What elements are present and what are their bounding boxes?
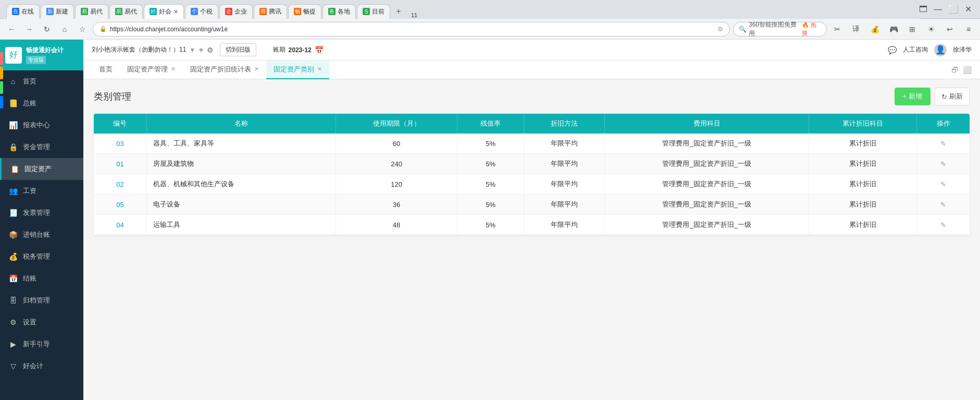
table-header-row: 编号 名称 使用期限（月） 残值率 折旧方法 费用科目 累计折旧科目 操作	[94, 114, 970, 134]
header-service-label[interactable]: 人工咨询	[903, 45, 928, 54]
content-tab-depreciation-stats[interactable]: 固定资产折旧统计表 ✕	[183, 60, 266, 79]
edit-button-r2[interactable]: ✎	[940, 160, 946, 168]
restore-down-btn[interactable]: 🗖	[919, 5, 927, 14]
content-tab-asset-category-close[interactable]: ✕	[317, 66, 322, 72]
col-header-code: 编号	[94, 114, 146, 134]
browser-menu-icon[interactable]: ≡	[961, 22, 976, 37]
browser-tab-10[interactable]: 各 各地	[322, 4, 356, 19]
browser-tab-1[interactable]: 在 在线	[6, 4, 40, 19]
refresh-nav-button[interactable]: ↻	[40, 22, 54, 37]
col-header-method: 折旧方法	[524, 114, 605, 134]
new-tab-button[interactable]: +	[391, 4, 406, 19]
sidebar-item-ledger[interactable]: 📒 总账	[0, 92, 83, 114]
sidebar-item-period-end[interactable]: 📅 结账	[0, 268, 83, 289]
sidebar-item-reports[interactable]: 📊 报表中心	[0, 114, 83, 136]
browser-tab-5[interactable]: 好 好会 ✕	[144, 4, 184, 19]
content-tab-fixed-asset-mgmt-close[interactable]: ✕	[171, 66, 176, 72]
sidebar-item-settings[interactable]: ⚙ 设置	[0, 311, 83, 333]
expand-icon[interactable]: ⬜	[963, 66, 972, 74]
sidebar-item-funds[interactable]: 🔒 资金管理	[0, 136, 83, 158]
cell-edit-r4[interactable]: ✎	[917, 195, 970, 215]
col-header-operation: 操作	[917, 114, 970, 134]
cell-edit-r3[interactable]: ✎	[917, 174, 970, 195]
content-tab-depreciation-stats-label: 固定资产折旧统计表	[190, 65, 251, 74]
sidebar-item-home[interactable]: ⌂ 首页	[0, 70, 83, 92]
browser-tab-4[interactable]: 易 易代	[109, 4, 143, 19]
cell-method-r5: 年限平均	[524, 215, 605, 235]
ledger-icon: 📒	[8, 99, 18, 108]
refresh-button[interactable]: ↻ 刷新	[935, 88, 970, 105]
site-settings-icon[interactable]: ⚙	[717, 26, 723, 33]
browser-tab-9[interactable]: 畅 畅提	[288, 4, 321, 19]
edit-button-r5[interactable]: ✎	[940, 221, 946, 229]
close-window-btn[interactable]: ✕	[965, 4, 972, 14]
tab-11-icon: S	[363, 8, 370, 15]
sidebar-item-tax[interactable]: 💰 税务管理	[0, 246, 83, 268]
payroll-icon: 👥	[8, 186, 18, 196]
content-tab-asset-category[interactable]: 固定资产类别 ✕	[266, 60, 329, 79]
cell-name-r4: 电子设备	[146, 195, 336, 215]
minimize-btn[interactable]: —	[934, 5, 942, 14]
edit-button-r1[interactable]: ✎	[940, 140, 946, 148]
cell-name-r2: 房屋及建筑物	[146, 154, 336, 174]
tab-2-label: 新建	[56, 7, 68, 16]
switch-version-button[interactable]: 切到旧版	[220, 43, 256, 56]
browser-tab-6[interactable]: 个 个税	[185, 4, 218, 19]
grid-icon[interactable]: ⊞	[905, 22, 920, 37]
header-add-account-btn[interactable]: +	[199, 45, 203, 55]
cell-expense-r4: 管理费用_固定资产折旧_一级	[604, 195, 809, 215]
browser-search-box[interactable]: 🔍 360智能抠图免费用 🔥 热搜	[733, 22, 827, 37]
browser-tab-7[interactable]: 企 企业	[219, 4, 253, 19]
category-table: 编号 名称 使用期限（月） 残值率 折旧方法 费用科目 累计折旧科目 操作 0	[94, 114, 970, 235]
scissors-icon[interactable]: ✂	[830, 22, 845, 37]
translate-icon[interactable]: 译	[849, 22, 863, 37]
back-button[interactable]: ←	[4, 22, 19, 37]
content-tab-home[interactable]: 首页	[92, 60, 120, 79]
header-settings-btn[interactable]: ⚙	[207, 46, 214, 54]
bookmark-star-button[interactable]: ☆	[75, 22, 90, 37]
undo-icon[interactable]: ↩	[942, 22, 957, 37]
address-bar[interactable]: 🔒 https://cloud.chanjet.com/accounting/u…	[93, 22, 730, 37]
sidebar-item-guide[interactable]: ▶ 新手引导	[0, 333, 83, 355]
forward-button[interactable]: →	[22, 22, 36, 37]
browser-tab-11[interactable]: S 目前	[357, 4, 390, 19]
header-calendar-icon[interactable]: 📅	[315, 46, 324, 54]
cell-edit-r1[interactable]: ✎	[917, 134, 970, 154]
table-row: 03 器具、工具、家具等 60 5% 年限平均 管理费用_固定资产折旧_一级 累…	[94, 134, 970, 154]
content-tab-fixed-asset-mgmt[interactable]: 固定资产管理 ✕	[120, 60, 183, 79]
brightness-icon[interactable]: ☀	[924, 22, 938, 37]
sidebar-item-more[interactable]: ▽ 好会计	[0, 355, 83, 377]
cell-edit-r5[interactable]: ✎	[917, 215, 970, 235]
tab-4-label: 易代	[125, 7, 137, 16]
sidebar-item-inventory[interactable]: 📦 进销台账	[0, 224, 83, 246]
tab-5-close[interactable]: ✕	[173, 8, 178, 15]
cell-edit-r2[interactable]: ✎	[917, 154, 970, 174]
sidebar-item-fixed-assets[interactable]: 📋 固定资产	[0, 158, 83, 180]
sidebar-item-archive[interactable]: 🗄 归档管理	[0, 289, 83, 311]
content-tab-home-label: 首页	[99, 65, 113, 74]
cell-code-r2: 01	[94, 154, 146, 174]
collapse-icon[interactable]: 🗗	[951, 66, 959, 74]
sidebar-item-inventory-label: 进销台账	[23, 230, 50, 239]
edit-button-r4[interactable]: ✎	[940, 201, 946, 209]
sidebar-item-tax-label: 税务管理	[23, 252, 50, 261]
add-category-button[interactable]: + 新增	[895, 88, 931, 105]
browser-tab-2[interactable]: 新 新建	[41, 4, 74, 19]
maximize-btn[interactable]: ⬜	[948, 4, 959, 14]
cell-code-r5: 04	[94, 215, 146, 235]
home-nav-button[interactable]: ⌂	[57, 22, 72, 37]
game-icon[interactable]: 🎮	[886, 22, 901, 37]
sidebar-item-payroll[interactable]: 👥 工资	[0, 180, 83, 202]
content-tab-depreciation-stats-close[interactable]: ✕	[254, 66, 259, 72]
browser-tab-3[interactable]: 易 易代	[75, 4, 108, 19]
edit-button-r3[interactable]: ✎	[940, 180, 946, 188]
header-user-dropdown-icon[interactable]: ▼	[189, 46, 195, 54]
cell-period-r3: 120	[336, 174, 457, 195]
tab-5-icon: 好	[150, 8, 157, 15]
browser-tab-8[interactable]: 腾 腾讯	[254, 4, 287, 19]
sidebar-item-ledger-label: 总账	[23, 99, 36, 108]
tab-count-badge: 11	[408, 11, 420, 19]
sidebar-item-invoice[interactable]: 🧾 发票管理	[0, 202, 83, 224]
wallet-icon[interactable]: 💰	[867, 22, 882, 37]
cell-name-r1: 器具、工具、家具等	[146, 134, 336, 154]
